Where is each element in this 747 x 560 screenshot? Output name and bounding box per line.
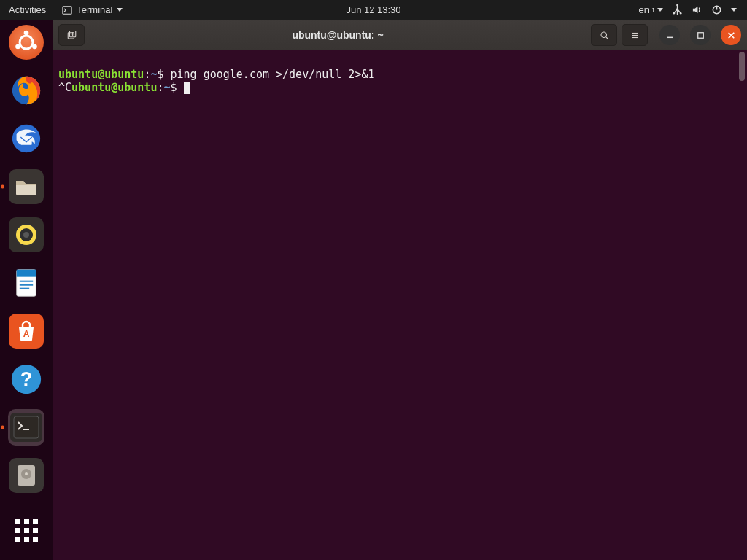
dock-item-firefox[interactable] bbox=[8, 72, 44, 109]
svg-point-10 bbox=[32, 44, 37, 50]
svg-rect-41 bbox=[697, 32, 703, 38]
terminal-icon bbox=[12, 413, 41, 442]
maximize-button[interactable] bbox=[690, 25, 711, 45]
search-icon bbox=[599, 30, 610, 41]
search-button[interactable] bbox=[591, 24, 617, 46]
svg-point-3 bbox=[680, 12, 682, 15]
svg-text:A: A bbox=[23, 329, 30, 339]
activities-button[interactable]: Activities bbox=[0, 4, 55, 15]
app-menu[interactable]: Terminal bbox=[55, 4, 130, 15]
firefox-icon bbox=[9, 74, 43, 107]
dock-item-terminal[interactable] bbox=[8, 409, 44, 446]
svg-point-1 bbox=[676, 8, 678, 10]
disk-icon bbox=[12, 461, 41, 490]
svg-rect-26 bbox=[14, 416, 39, 438]
svg-point-30 bbox=[25, 472, 28, 475]
svg-point-16 bbox=[23, 232, 29, 238]
dock-item-writer[interactable] bbox=[8, 265, 44, 301]
svg-point-4 bbox=[676, 4, 678, 6]
dock-item-rhythmbox[interactable] bbox=[8, 217, 44, 253]
svg-point-35 bbox=[601, 32, 607, 38]
input-source-indicator[interactable]: en1 bbox=[639, 4, 663, 15]
dock-item-thunderbird[interactable] bbox=[8, 120, 44, 157]
terminal-small-icon bbox=[62, 5, 72, 15]
scrollbar-thumb[interactable] bbox=[739, 52, 745, 81]
show-applications-button[interactable] bbox=[8, 512, 44, 548]
svg-point-7 bbox=[20, 36, 33, 49]
close-button[interactable] bbox=[721, 25, 741, 45]
chevron-down-icon bbox=[657, 8, 663, 12]
system-tray: en1 bbox=[639, 4, 747, 15]
volume-icon[interactable] bbox=[692, 4, 703, 15]
svg-rect-21 bbox=[20, 284, 33, 286]
dock-item-help[interactable]: ? bbox=[8, 361, 44, 397]
clock[interactable]: Jun 12 13:30 bbox=[346, 4, 400, 15]
terminal-body[interactable]: ubuntu@ubuntu:~$ ping google.com >/dev/n… bbox=[53, 50, 747, 560]
svg-rect-19 bbox=[17, 270, 36, 277]
svg-point-8 bbox=[24, 31, 29, 36]
command-text: ping google.com >/dev/null 2>&1 bbox=[171, 68, 375, 81]
svg-rect-31 bbox=[68, 32, 74, 38]
shopping-bag-icon: A bbox=[12, 316, 41, 346]
svg-point-9 bbox=[15, 44, 20, 50]
close-icon bbox=[726, 30, 737, 41]
hamburger-icon bbox=[630, 30, 640, 41]
svg-text:?: ? bbox=[20, 368, 32, 390]
window-title: ubuntu@ubuntu: ~ bbox=[89, 29, 587, 41]
speaker-icon bbox=[12, 220, 41, 249]
svg-line-36 bbox=[605, 36, 608, 39]
power-icon[interactable] bbox=[711, 4, 722, 15]
hamburger-menu-button[interactable] bbox=[622, 24, 648, 46]
new-tab-icon bbox=[66, 30, 77, 41]
maximize-icon bbox=[695, 30, 706, 41]
terminal-window: ubuntu@ubuntu: ~ ubuntu@ubuntu:~$ ping g… bbox=[53, 20, 747, 560]
svg-rect-20 bbox=[20, 281, 33, 282]
chevron-down-icon[interactable] bbox=[731, 8, 737, 12]
document-icon bbox=[12, 268, 41, 298]
folder-icon bbox=[12, 172, 41, 201]
dock: A ? bbox=[0, 20, 53, 560]
svg-rect-0 bbox=[63, 6, 71, 14]
new-tab-button[interactable] bbox=[58, 24, 85, 46]
dock-item-disk[interactable] bbox=[8, 457, 44, 494]
dock-item-files[interactable] bbox=[8, 168, 44, 205]
thunderbird-icon bbox=[9, 122, 43, 155]
chevron-down-icon bbox=[117, 8, 123, 12]
prompt-line: ubuntu@ubuntu:~$ ping google.com >/dev/n… bbox=[58, 68, 375, 81]
prompt-line: ^Cubuntu@ubuntu:~$ bbox=[58, 81, 190, 94]
help-icon: ? bbox=[9, 362, 43, 396]
window-titlebar[interactable]: ubuntu@ubuntu: ~ bbox=[53, 20, 747, 50]
dock-item-software[interactable]: A bbox=[8, 313, 44, 349]
apps-grid-icon bbox=[15, 519, 38, 542]
minimize-icon bbox=[665, 30, 676, 41]
ubuntu-logo-icon bbox=[12, 28, 41, 57]
dock-item-ubuntu[interactable] bbox=[8, 24, 44, 61]
svg-rect-22 bbox=[20, 288, 29, 289]
svg-point-2 bbox=[673, 12, 676, 15]
top-bar: Activities Terminal Jun 12 13:30 en1 bbox=[0, 0, 747, 20]
network-icon[interactable] bbox=[672, 4, 683, 15]
minimize-button[interactable] bbox=[659, 25, 680, 45]
cursor bbox=[184, 82, 190, 94]
app-menu-label: Terminal bbox=[77, 4, 112, 15]
